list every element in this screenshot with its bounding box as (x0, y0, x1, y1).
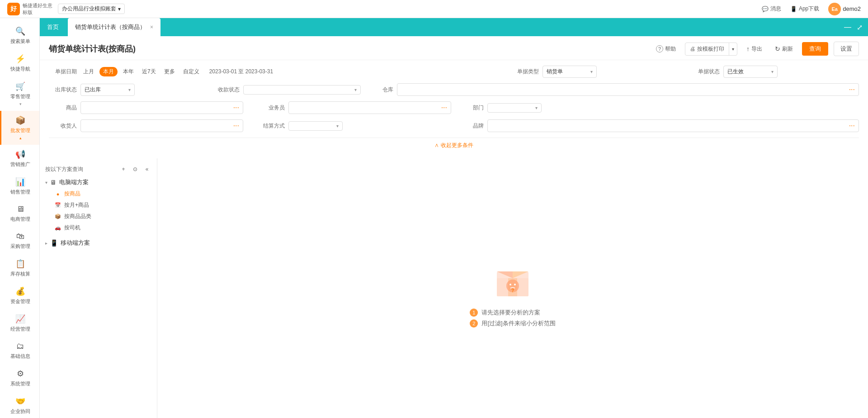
settlement-label: 结算方式 (252, 122, 288, 130)
warehouse-more-btn[interactable]: ··· (849, 86, 855, 94)
sidebar-item-inventory[interactable]: 📋 库存核算 (0, 254, 39, 282)
date-btn-this-month[interactable]: 本月 (99, 67, 118, 76)
doc-status-label: 单据状态 (687, 68, 723, 76)
doc-type-select[interactable]: 销货单 ▾ (542, 66, 597, 78)
query-button[interactable]: 查询 (802, 42, 828, 56)
out-status-control: 已出库 ▾ (80, 84, 198, 96)
sidebar-item-ecommerce[interactable]: 🖥 电商管理 (0, 200, 39, 227)
date-btn-this-year[interactable]: 本年 (120, 67, 137, 76)
filter-row-1: 单据日期 上月 本月 本年 近7天 更多 自定义 2023-03-01 至 20… (49, 66, 859, 78)
sidebar-item-operation[interactable]: 📈 经营管理 (0, 309, 39, 337)
collapse-tree-button[interactable]: « (142, 165, 151, 174)
logo-area: 好 畅捷通好生意 标版 (7, 2, 52, 15)
goods-category-icon: 📦 (54, 213, 61, 220)
goods-more-btn[interactable]: ··· (233, 104, 239, 112)
sidebar-item-sales[interactable]: 📊 销售管理 (0, 172, 39, 200)
tree-group-pc[interactable]: ▾ 🖥 电脑端方案 (40, 176, 157, 188)
warehouse-input[interactable]: ··· (397, 83, 859, 96)
page-title: 销货单统计计表(按商品) (49, 43, 136, 54)
page-actions: ? 帮助 🖨 按模板打印 ▾ ↑ 导出 (652, 42, 859, 56)
settlement-select[interactable]: ▾ (288, 121, 343, 131)
basic-icon: 🗂 (16, 342, 24, 351)
salesman-more-btn[interactable]: ··· (441, 104, 447, 112)
tree-item-by-goods[interactable]: ● 按商品 (49, 188, 157, 200)
avatar: Ea (828, 3, 841, 15)
help-button[interactable]: ? 帮助 (652, 43, 679, 55)
user-menu[interactable]: Ea demo2 (828, 3, 861, 15)
sidebar-item-purchase[interactable]: 🛍 采购管理 (0, 227, 39, 254)
template-print-dropdown[interactable]: ▾ (729, 44, 737, 54)
doc-status-control: 已生效 ▾ (723, 66, 859, 78)
date-btn-7days[interactable]: 近7天 (139, 67, 159, 76)
edit-scheme-button[interactable]: ⊙ (131, 165, 140, 174)
tree-item-by-goods-category[interactable]: 📦 按商品品类 (49, 211, 157, 222)
goods-control: ··· (80, 101, 243, 114)
sidebar-item-search-menu[interactable]: 🔍 搜索菜单 (0, 22, 39, 49)
logo-icon: 好 (7, 3, 20, 15)
app-download-icon: 📱 (790, 6, 797, 12)
marketing-icon: 📢 (15, 149, 25, 159)
svg-point-6 (509, 284, 511, 285)
message-button[interactable]: 💬 消息 (762, 5, 781, 13)
sidebar-item-cooperation[interactable]: 🤝 企业协同 (0, 392, 39, 418)
empty-tip-1: 1 请先选择要分析的方案 (470, 309, 555, 317)
sidebar-item-basic[interactable]: 🗂 基础信息 (0, 337, 39, 364)
department-select[interactable]: ▾ (487, 103, 542, 113)
left-panel-header: 按以下方案查询 + ⊙ « (40, 162, 157, 176)
refresh-button[interactable]: ↻ 刷新 (771, 43, 797, 55)
collection-status-select[interactable]: ▾ (243, 85, 361, 95)
top-bar-left: 好 畅捷通好生意 标版 办公用品行业模拟账套 ▾ (7, 2, 125, 15)
tab-minimize-button[interactable]: — (842, 21, 853, 33)
finance-icon: 💰 (15, 286, 25, 296)
left-panel-title: 按以下方案查询 (45, 166, 83, 173)
filter-area: 单据日期 上月 本月 本年 近7天 更多 自定义 2023-03-01 至 20… (40, 60, 868, 158)
sidebar-item-retail[interactable]: 🛒 零售管理 ▾ (0, 77, 39, 111)
salesman-label: 业务员 (252, 104, 288, 112)
tab-current[interactable]: 销货单统计计表（按商品） × (68, 18, 160, 36)
filter-row-4: 收货人 ··· 结算方式 ▾ 品牌 (49, 119, 859, 132)
recipient-more-btn[interactable]: ··· (233, 122, 239, 130)
tree-group-mobile[interactable]: ▸ 📱 移动端方案 (40, 237, 157, 249)
brand-more-btn[interactable]: ··· (849, 122, 855, 130)
collection-status-arrow: ▾ (354, 87, 357, 92)
sidebar-item-quick-nav[interactable]: ⚡ 快捷导航 (0, 49, 39, 77)
top-bar-right: 💬 消息 📱 App下载 Ea demo2 (762, 3, 861, 15)
date-btn-last-month[interactable]: 上月 (80, 67, 97, 76)
chevron-down-icon: ▾ (118, 6, 121, 12)
tab-close-button[interactable]: × (150, 24, 153, 30)
template-print-button[interactable]: 🖨 按模板打印 (685, 43, 729, 55)
collapse-bar[interactable]: ∧ 收起更多条件 (49, 138, 859, 153)
goods-input[interactable]: ··· (80, 101, 243, 114)
settings-button[interactable]: 设置 (834, 42, 859, 56)
message-icon: 💬 (762, 6, 769, 12)
out-status-select[interactable]: 已出库 ▾ (80, 84, 135, 96)
date-btn-more[interactable]: 更多 (161, 67, 178, 76)
settlement-control: ▾ (288, 121, 451, 131)
tab-home[interactable]: 首页 (40, 18, 66, 36)
export-button[interactable]: ↑ 导出 (743, 43, 766, 55)
recipient-label: 收货人 (49, 122, 80, 130)
date-btn-custom[interactable]: 自定义 (180, 67, 202, 76)
doc-type-arrow: ▾ (590, 69, 593, 74)
out-status-label: 出库状态 (49, 86, 80, 94)
tree-item-by-supplier[interactable]: 🚗 按司机 (49, 222, 157, 233)
doc-status-select[interactable]: 已生效 ▾ (723, 66, 778, 78)
supplier-icon: 🚗 (54, 224, 61, 232)
brand-control: ··· (487, 119, 859, 132)
sidebar-item-finance[interactable]: 💰 资金管理 (0, 282, 39, 309)
tab-maximize-button[interactable]: ⤢ (855, 21, 864, 33)
department-arrow: ▾ (535, 105, 538, 110)
app-download-button[interactable]: 📱 App下载 (790, 5, 819, 13)
sidebar-item-wholesale[interactable]: 📦 批发管理 ▴ (0, 111, 39, 145)
industry-select[interactable]: 办公用品行业模拟账套 ▾ (58, 4, 125, 14)
salesman-input[interactable]: ··· (288, 101, 451, 114)
sidebar-item-system[interactable]: ⚙ 系统管理 (0, 364, 39, 392)
tree-mobile-expand-icon: ▸ (45, 241, 47, 246)
empty-state: ? 1 请先选择要分析的方案 2 用[过滤]条件来缩小分析范围 (470, 249, 555, 328)
empty-tip-2: 2 用[过滤]条件来缩小分析范围 (470, 319, 555, 328)
add-scheme-button[interactable]: + (119, 165, 128, 174)
brand-input[interactable]: ··· (487, 119, 859, 132)
sidebar-item-marketing[interactable]: 📢 营销推广 (0, 145, 39, 172)
recipient-input[interactable]: ··· (80, 119, 243, 132)
tree-item-by-month-goods[interactable]: 📅 按月+商品 (49, 200, 157, 211)
